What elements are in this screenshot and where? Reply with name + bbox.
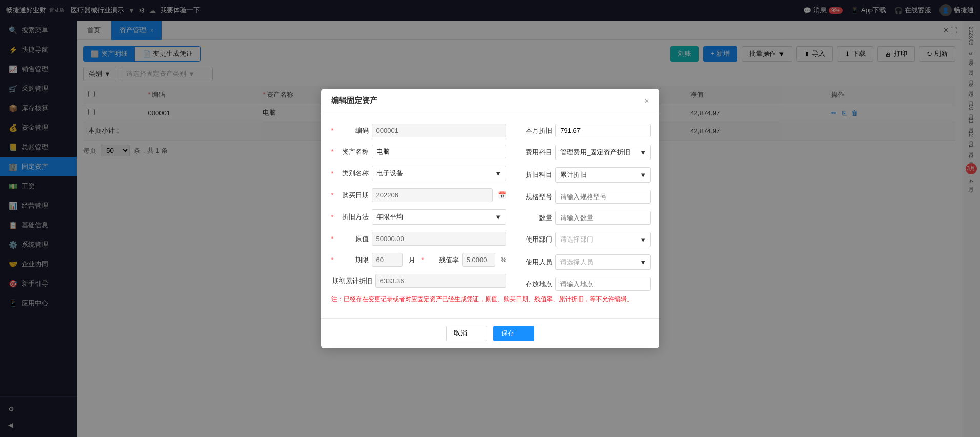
original-value-input[interactable] — [372, 232, 507, 246]
purchase-date-label: 购买日期 — [338, 191, 369, 200]
expense-account-select[interactable]: 管理费用_固定资产折旧 ▼ — [555, 145, 651, 160]
category-select[interactable]: 电子设备 ▼ — [372, 166, 507, 181]
field-original-value: * 原值 — [331, 232, 507, 246]
edit-asset-modal: 编辑固定资产 × * 编码 * 资产名称 — [321, 89, 659, 348]
modal-header: 编辑固定资产 × — [321, 89, 659, 113]
spec-model-input[interactable] — [555, 190, 651, 204]
code-label: 编码 — [338, 126, 369, 135]
quantity-label: 数量 — [516, 213, 552, 223]
field-use-person: 使用人员 请选择人员 ▼ — [516, 254, 651, 270]
residual-rate-unit: % — [501, 256, 507, 264]
field-code: * 编码 — [331, 124, 507, 137]
modal-note-text: 注：已经存在变更记录或者对应固定资产已经生成凭证，原值、购买日期、残值率、累计折… — [331, 295, 633, 303]
quantity-input[interactable] — [555, 211, 651, 225]
field-storage: 存放地点 — [516, 277, 651, 291]
residual-rate-input[interactable] — [462, 253, 495, 267]
storage-label: 存放地点 — [516, 280, 552, 289]
modal-close-btn[interactable]: × — [644, 96, 649, 106]
use-dept-select[interactable]: 请选择部门 ▼ — [555, 232, 651, 247]
monthly-depreciation-label: 本月折旧 — [516, 126, 552, 135]
field-use-dept: 使用部门 请选择部门 ▼ — [516, 232, 651, 247]
expense-account-value: 管理费用_固定资产折旧 — [560, 148, 630, 157]
initial-accumulated-label: 期初累计折旧 — [331, 276, 372, 286]
use-dept-placeholder: 请选择部门 — [560, 235, 593, 244]
storage-input[interactable] — [555, 277, 651, 291]
use-person-select[interactable]: 请选择人员 ▼ — [555, 254, 651, 270]
left-col: * 编码 * 资产名称 * 类别名称 电子设备 ▼ — [331, 124, 507, 291]
save-label: 保存 — [501, 329, 514, 338]
calendar-icon[interactable]: 📅 — [498, 191, 506, 199]
period-label: 期限 — [338, 255, 369, 265]
modal-overlay: 编辑固定资产 × * 编码 * 资产名称 — [0, 0, 980, 437]
field-depreciation-account: 折旧科目 累计折旧 ▼ — [516, 167, 651, 183]
use-person-label: 使用人员 — [516, 257, 552, 267]
monthly-depreciation-input[interactable] — [555, 124, 651, 137]
modal-title: 编辑固定资产 — [331, 96, 377, 106]
category-select-value: 电子设备 — [376, 169, 403, 178]
field-asset-name: * 资产名称 — [331, 145, 507, 158]
original-value-label: 原值 — [338, 234, 369, 244]
field-purchase-date: * 购买日期 📅 — [331, 188, 507, 202]
use-dept-arrow: ▼ — [639, 236, 646, 244]
expense-account-arrow: ▼ — [639, 149, 646, 156]
depreciation-account-label: 折旧科目 — [516, 170, 552, 180]
residual-rate-label: 残值率 — [428, 255, 459, 265]
category-field-label: 类别名称 — [338, 169, 369, 178]
modal-footer: 取消 保存 — [321, 318, 659, 348]
asset-name-input[interactable] — [372, 145, 507, 158]
depreciation-method-arrow: ▼ — [495, 213, 502, 221]
expense-account-label: 费用科目 — [516, 148, 552, 157]
depreciation-account-arrow: ▼ — [639, 171, 646, 179]
field-spec-model: 规格型号 — [516, 190, 651, 204]
field-depreciation-method: * 折旧方法 年限平均 ▼ — [331, 209, 507, 225]
asset-name-label: 资产名称 — [338, 147, 369, 156]
right-col: 本月折旧 费用科目 管理费用_固定资产折旧 ▼ 折旧科目 累计折旧 — [516, 124, 651, 291]
field-category: * 类别名称 电子设备 ▼ — [331, 166, 507, 181]
use-dept-label: 使用部门 — [516, 235, 552, 244]
spec-model-label: 规格型号 — [516, 192, 552, 202]
category-select-arrow: ▼ — [495, 170, 502, 177]
code-input[interactable] — [372, 124, 507, 137]
depreciation-method-value: 年限平均 — [376, 212, 403, 222]
field-period: * 期限 月 * 残值率 % — [331, 253, 507, 267]
depreciation-account-value: 累计折旧 — [560, 170, 587, 180]
modal-body: * 编码 * 资产名称 * 类别名称 电子设备 ▼ — [321, 113, 659, 318]
field-monthly-depreciation: 本月折旧 — [516, 124, 651, 137]
depreciation-account-select[interactable]: 累计折旧 ▼ — [555, 167, 651, 183]
depreciation-method-label: 折旧方法 — [338, 212, 369, 222]
use-person-placeholder: 请选择人员 — [560, 257, 593, 267]
field-quantity: 数量 — [516, 211, 651, 225]
modal-note: 注：已经存在变更记录或者对应固定资产已经生成凭证，原值、购买日期、残值率、累计折… — [331, 291, 649, 308]
initial-accumulated-input[interactable] — [375, 274, 507, 288]
depreciation-method-select[interactable]: 年限平均 ▼ — [372, 209, 507, 225]
purchase-date-input[interactable] — [372, 188, 493, 202]
cancel-btn[interactable]: 取消 — [446, 326, 487, 341]
cancel-label: 取消 — [454, 329, 467, 338]
save-btn[interactable]: 保存 — [493, 326, 534, 341]
field-expense-account: 费用科目 管理费用_固定资产折旧 ▼ — [516, 145, 651, 160]
use-person-arrow: ▼ — [639, 259, 646, 266]
field-initial-accumulated: 期初累计折旧 — [331, 274, 507, 288]
period-input[interactable] — [372, 253, 403, 267]
period-unit: 月 — [409, 255, 415, 265]
form-grid: * 编码 * 资产名称 * 类别名称 电子设备 ▼ — [331, 124, 649, 291]
